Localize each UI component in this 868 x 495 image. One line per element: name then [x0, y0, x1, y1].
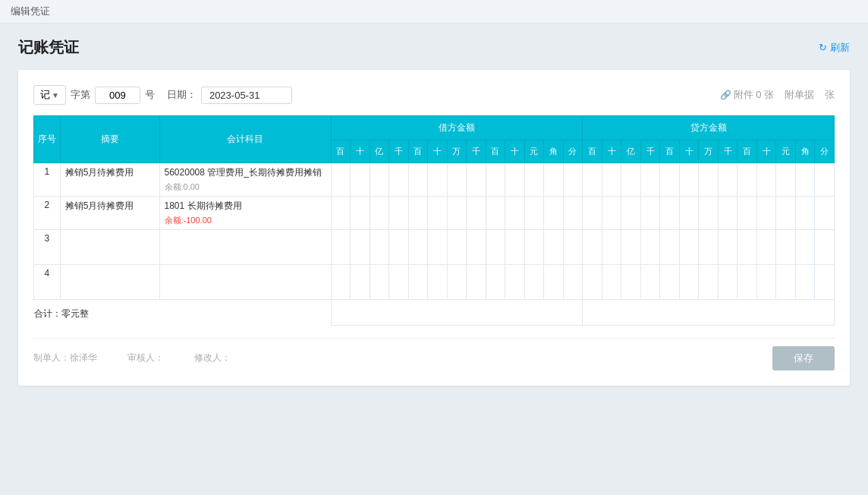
row-summary-3[interactable]: [60, 265, 159, 300]
debit-digit-2-9[interactable]: [505, 230, 525, 265]
debit-digit-2-5[interactable]: [428, 230, 448, 265]
refresh-button[interactable]: ↻ 刷新: [819, 41, 850, 55]
credit-digit-0-2[interactable]: [621, 163, 641, 197]
debit-digit-2-12[interactable]: [563, 230, 583, 265]
debit-digit-1-11[interactable]: [544, 197, 564, 230]
debit-digit-2-10[interactable]: [524, 230, 544, 265]
debit-digit-1-2[interactable]: [370, 197, 389, 230]
debit-digit-1-3[interactable]: [389, 197, 409, 230]
credit-digit-3-7[interactable]: [718, 265, 737, 300]
credit-digit-1-0[interactable]: [583, 197, 602, 230]
credit-digit-1-11[interactable]: [795, 197, 815, 230]
credit-digit-3-6[interactable]: [699, 265, 719, 300]
debit-digit-0-1[interactable]: [351, 163, 370, 197]
row-summary-0[interactable]: 摊销5月待摊费用: [60, 163, 159, 197]
credit-digit-0-4[interactable]: [660, 163, 680, 197]
debit-digit-1-6[interactable]: [447, 197, 467, 230]
debit-digit-1-7[interactable]: [467, 197, 486, 230]
debit-digit-1-8[interactable]: [486, 197, 505, 230]
row-summary-2[interactable]: [60, 230, 159, 265]
date-input[interactable]: [201, 87, 292, 104]
credit-digit-0-12[interactable]: [815, 163, 835, 197]
credit-digit-0-11[interactable]: [795, 163, 815, 197]
row-summary-1[interactable]: 摊销5月待摊费用: [60, 197, 159, 230]
debit-digit-0-10[interactable]: [524, 163, 544, 197]
credit-digit-0-3[interactable]: [640, 163, 660, 197]
debit-digit-3-4[interactable]: [408, 265, 428, 300]
credit-digit-2-0[interactable]: [583, 230, 602, 265]
debit-digit-3-12[interactable]: [563, 265, 583, 300]
credit-digit-2-10[interactable]: [776, 230, 796, 265]
debit-digit-2-4[interactable]: [408, 230, 428, 265]
credit-digit-3-4[interactable]: [660, 265, 680, 300]
credit-digit-0-6[interactable]: [699, 163, 719, 197]
debit-digit-0-5[interactable]: [428, 163, 448, 197]
row-account-2[interactable]: [159, 230, 331, 265]
credit-digit-1-10[interactable]: [776, 197, 796, 230]
voucher-num-input[interactable]: [95, 87, 140, 104]
credit-digit-1-7[interactable]: [718, 197, 737, 230]
save-button[interactable]: 保存: [772, 346, 835, 370]
debit-digit-0-11[interactable]: [544, 163, 564, 197]
credit-digit-1-1[interactable]: [602, 197, 621, 230]
credit-digit-2-7[interactable]: [718, 230, 737, 265]
row-account-1[interactable]: 1801 长期待摊费用余额:-100.00: [159, 197, 331, 230]
credit-digit-3-10[interactable]: [776, 265, 796, 300]
credit-digit-3-0[interactable]: [583, 265, 602, 300]
row-account-3[interactable]: [159, 265, 331, 300]
debit-digit-0-0[interactable]: [331, 163, 351, 197]
row-account-0[interactable]: 56020008 管理费用_长期待摊费用摊销余额:0.00: [159, 163, 331, 197]
credit-digit-1-3[interactable]: [640, 197, 660, 230]
debit-digit-0-3[interactable]: [389, 163, 409, 197]
credit-digit-3-5[interactable]: [679, 265, 699, 300]
debit-digit-1-10[interactable]: [524, 197, 544, 230]
credit-digit-1-12[interactable]: [815, 197, 835, 230]
credit-digit-2-12[interactable]: [815, 230, 835, 265]
debit-digit-2-3[interactable]: [389, 230, 409, 265]
credit-digit-3-9[interactable]: [756, 265, 776, 300]
credit-digit-2-4[interactable]: [660, 230, 680, 265]
debit-digit-3-11[interactable]: [544, 265, 564, 300]
credit-digit-1-5[interactable]: [679, 197, 699, 230]
credit-digit-3-1[interactable]: [602, 265, 621, 300]
credit-digit-0-10[interactable]: [776, 163, 796, 197]
debit-digit-1-5[interactable]: [428, 197, 448, 230]
credit-digit-0-5[interactable]: [679, 163, 699, 197]
credit-digit-2-1[interactable]: [602, 230, 621, 265]
credit-digit-3-3[interactable]: [640, 265, 660, 300]
credit-digit-0-1[interactable]: [602, 163, 621, 197]
debit-digit-0-2[interactable]: [370, 163, 389, 197]
credit-digit-3-2[interactable]: [621, 265, 641, 300]
credit-digit-0-8[interactable]: [737, 163, 757, 197]
credit-digit-1-2[interactable]: [621, 197, 641, 230]
debit-digit-2-7[interactable]: [467, 230, 486, 265]
debit-digit-1-4[interactable]: [408, 197, 428, 230]
debit-digit-1-1[interactable]: [351, 197, 370, 230]
credit-digit-2-2[interactable]: [621, 230, 641, 265]
credit-digit-0-0[interactable]: [583, 163, 602, 197]
credit-digit-1-6[interactable]: [699, 197, 719, 230]
credit-digit-3-12[interactable]: [815, 265, 835, 300]
debit-digit-1-0[interactable]: [331, 197, 351, 230]
attachment-link[interactable]: 🔗 附件 0 张: [720, 88, 774, 102]
credit-digit-0-9[interactable]: [756, 163, 776, 197]
debit-digit-3-1[interactable]: [351, 265, 370, 300]
voucher-type-button[interactable]: 记 ▼: [33, 85, 66, 105]
debit-digit-3-5[interactable]: [428, 265, 448, 300]
credit-digit-1-8[interactable]: [737, 197, 757, 230]
debit-digit-1-9[interactable]: [505, 197, 525, 230]
credit-digit-2-11[interactable]: [795, 230, 815, 265]
debit-digit-3-9[interactable]: [505, 265, 525, 300]
debit-digit-3-7[interactable]: [467, 265, 486, 300]
debit-digit-0-12[interactable]: [563, 163, 583, 197]
debit-digit-0-6[interactable]: [447, 163, 467, 197]
credit-digit-2-9[interactable]: [756, 230, 776, 265]
credit-digit-1-4[interactable]: [660, 197, 680, 230]
credit-digit-1-9[interactable]: [756, 197, 776, 230]
credit-digit-2-6[interactable]: [699, 230, 719, 265]
debit-digit-3-10[interactable]: [524, 265, 544, 300]
credit-digit-0-7[interactable]: [718, 163, 737, 197]
debit-digit-0-9[interactable]: [505, 163, 525, 197]
debit-digit-3-8[interactable]: [486, 265, 505, 300]
debit-digit-2-8[interactable]: [486, 230, 505, 265]
